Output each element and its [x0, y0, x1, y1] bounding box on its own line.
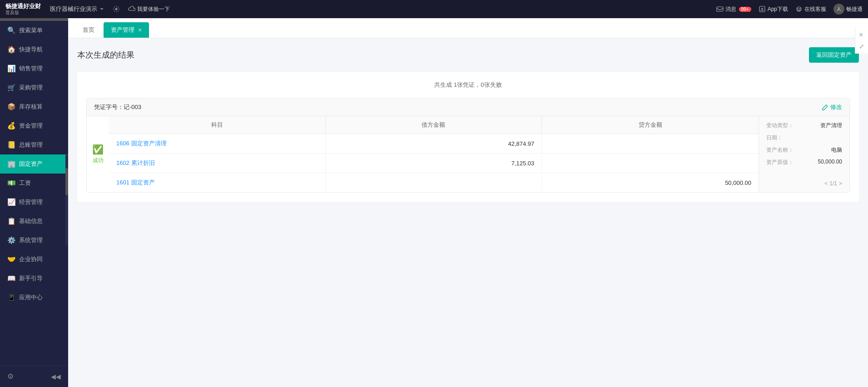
voucher-header: 凭证字号：记-003 修改 [87, 99, 849, 116]
success-icon: ✅ [92, 144, 104, 155]
next-page-button[interactable]: > [839, 180, 842, 187]
page-content: 本次生成的结果 返回固定资产 共生成 1张凭证，0张失败 凭证字号：记-003 … [68, 38, 868, 387]
tab-close-icon[interactable]: × [138, 26, 142, 34]
sidebar-item-label: 快捷导航 [19, 45, 43, 54]
sidebar-item-label: 经营管理 [19, 198, 43, 206]
user-menu[interactable]: 人 畅捷通 [833, 4, 863, 15]
sidebar-item-fixed-assets[interactable]: 🏢 固定资产 [0, 154, 68, 174]
home-icon: 🏠 [7, 45, 15, 54]
cloud-icon [128, 5, 135, 13]
topbar: 畅捷通好业财 普及版 医疗器械行业演示 我要体验一下 消息 99+ App下载 … [0, 0, 868, 18]
search-icon: 🔍 [7, 26, 15, 35]
sidebar-item-ledger[interactable]: 📒 总账管理 [0, 135, 68, 154]
topbar-left: 畅捷通好业财 普及版 [5, 3, 41, 15]
messages-label: 消息 [725, 5, 736, 13]
sidebar-item-system[interactable]: ⚙️ 系统管理 [0, 231, 68, 250]
sidebar-item-finance[interactable]: 💰 资金管理 [0, 116, 68, 135]
sidebar-item-label: 系统管理 [19, 236, 43, 244]
company-selector[interactable]: 医疗器械行业演示 [50, 5, 104, 13]
col-subject: 科目 [109, 116, 326, 134]
sidebar-collapse-icon[interactable]: ◀◀ [51, 373, 61, 380]
sidebar-item-purchase[interactable]: 🛒 采购管理 [0, 78, 68, 97]
sidebar: 🔍 搜索菜单 🏠 快捷导航 📊 销售管理 🛒 采购管理 📦 库存核算 💰 [0, 18, 68, 387]
app-download-label: App下载 [768, 5, 788, 13]
page-indicator: 1/1 [829, 180, 837, 187]
sidebar-item-label: 资金管理 [19, 122, 43, 130]
online-service-button[interactable]: 在线客服 [795, 5, 826, 13]
col-credit: 贷方金额 [542, 116, 759, 134]
download-icon [759, 5, 766, 13]
voucher-number: 凭证字号：记-003 [94, 103, 141, 111]
sidebar-item-operations[interactable]: 📈 经营管理 [0, 193, 68, 212]
prev-page-button[interactable]: < [824, 180, 828, 187]
sidebar-item-label: 工资 [19, 179, 31, 187]
sidebar-item-quick-nav[interactable]: 🏠 快捷导航 [0, 40, 68, 59]
row2-subject[interactable]: 1602 累计折旧 [109, 154, 326, 173]
back-button[interactable]: 返回固定资产 [809, 47, 859, 63]
company-name: 医疗器械行业演示 [50, 5, 97, 13]
voucher-table: 科目 借方金额 贷方金额 1606 固定资产清理 42,874.97 1602 … [109, 116, 759, 192]
table-row: 1601 固定资产 50,000.00 [109, 173, 759, 192]
experience-button[interactable]: 我要体验一下 [128, 5, 170, 13]
expand-panel-button[interactable]: ⤢ [857, 42, 866, 51]
messages-button[interactable]: 消息 99+ [716, 5, 751, 13]
service-icon [795, 5, 803, 13]
table-header: 科目 借方金额 贷方金额 [109, 116, 759, 134]
sidebar-item-basic-info[interactable]: 📋 基础信息 [0, 212, 68, 231]
sidebar-item-cooperation[interactable]: 🤝 企业协同 [0, 250, 68, 269]
edit-button[interactable]: 修改 [822, 103, 842, 111]
tab-asset-mgmt[interactable]: 资产管理 × [104, 22, 149, 38]
svg-point-0 [115, 8, 118, 10]
sidebar-item-app-center[interactable]: 📱 应用中心 [0, 288, 68, 307]
sidebar-item-search[interactable]: 🔍 搜索菜单 [0, 21, 68, 40]
tab-home[interactable]: 首页 [75, 22, 102, 38]
row3-debit [326, 177, 542, 188]
edit-icon [822, 104, 828, 110]
sidebar-item-label: 销售管理 [19, 64, 43, 73]
close-panel-button[interactable]: × [857, 30, 866, 40]
status-label: 成功 [93, 157, 104, 164]
svg-rect-1 [717, 7, 723, 11]
messages-badge: 99+ [739, 7, 751, 12]
basic-info-icon: 📋 [7, 217, 15, 225]
asset-name-label: 资产名称： [766, 146, 794, 154]
result-summary: 共生成 1张凭证，0张失败 [86, 81, 850, 89]
original-value-label: 资产原值： [766, 159, 794, 166]
right-panel-controls: × ⤢ [855, 27, 868, 54]
change-type-row: 变动类型： 资产清理 [766, 122, 842, 129]
row1-subject[interactable]: 1606 固定资产清理 [109, 134, 326, 153]
settings-icon[interactable] [110, 3, 123, 15]
svg-point-4 [798, 9, 799, 9]
sidebar-item-label: 企业协同 [19, 255, 43, 263]
original-value-value: 50,000.00 [818, 159, 842, 166]
row1-credit [542, 138, 759, 149]
experience-label: 我要体验一下 [137, 5, 170, 13]
row2-credit [542, 158, 759, 169]
voucher-side-panel: 变动类型： 资产清理 日期： 资产名称： 电脑 [759, 116, 849, 192]
payroll-icon: 💵 [7, 179, 15, 187]
main-content: 首页 资产管理 × 本次生成的结果 返回固定资产 共生成 1张凭证，0张失败 凭… [68, 18, 868, 387]
sidebar-item-inventory[interactable]: 📦 库存核算 [0, 97, 68, 116]
username-label: 畅捷通 [846, 5, 863, 13]
row3-credit: 50,000.00 [542, 174, 759, 192]
sidebar-item-label: 库存核算 [19, 103, 43, 111]
row1-debit: 42,874.97 [326, 135, 542, 153]
date-row: 日期： [766, 134, 842, 142]
app-download-button[interactable]: App下载 [759, 5, 788, 13]
sidebar-settings-icon[interactable]: ⚙ [7, 372, 14, 381]
operations-icon: 📈 [7, 198, 15, 206]
sidebar-item-guide[interactable]: 📖 新手引导 [0, 269, 68, 288]
cooperation-icon: 🤝 [7, 255, 15, 263]
purchase-icon: 🛒 [7, 84, 15, 92]
row3-subject[interactable]: 1601 固定资产 [109, 173, 326, 192]
change-type-value: 资产清理 [820, 122, 842, 129]
voucher-status: ✅ 成功 [87, 116, 109, 192]
table-row: 1602 累计折旧 7,125.03 [109, 154, 759, 173]
row2-debit: 7,125.03 [326, 154, 542, 172]
topbar-right: 消息 99+ App下载 在线客服 人 畅捷通 [716, 4, 863, 15]
voucher-section: 凭证字号：记-003 修改 ✅ 成功 [86, 98, 850, 193]
sidebar-item-sales[interactable]: 📊 销售管理 [0, 59, 68, 78]
sidebar-item-payroll[interactable]: 💵 工资 [0, 174, 68, 193]
table-row: 1606 固定资产清理 42,874.97 [109, 134, 759, 154]
date-label: 日期： [766, 134, 783, 142]
